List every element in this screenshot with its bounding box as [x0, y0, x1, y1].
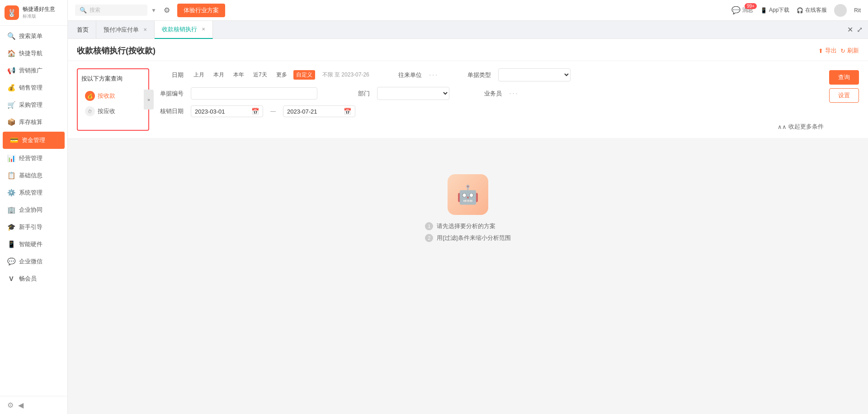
receivable-icon: ⏱	[85, 106, 95, 116]
dept-select[interactable]	[377, 87, 449, 100]
sidebar-item-quick-nav[interactable]: 🏠 快捷导航	[0, 45, 67, 62]
sidebar-item-member[interactable]: V 畅会员	[0, 270, 67, 287]
collapse-conditions-btn[interactable]: ∧∧ 收起更多条件	[156, 123, 824, 131]
query-btn[interactable]: 查询	[829, 70, 859, 85]
message-btn[interactable]: 💬 消息 99+	[731, 6, 753, 14]
sidebar-item-marketing[interactable]: 📢 营销推广	[0, 62, 67, 79]
logo-area: 🐰 畅捷通好生意 标准版	[0, 0, 67, 26]
filter-panel-title: 按以下方案查询	[81, 75, 145, 83]
main-content: 🔍 搜索 ▼ ⚙ 体验行业方案 💬 消息 99+ 📱 App下载 🎧 在线客服 …	[68, 0, 868, 414]
sidebar-item-inventory[interactable]: 📦 库存核算	[0, 114, 67, 131]
basic-icon: 📋	[7, 171, 15, 180]
sidebar-item-basic[interactable]: 📋 基础信息	[0, 167, 67, 184]
date-option-this-year[interactable]: 本年	[231, 70, 247, 80]
sidebar-item-enterprise[interactable]: 🏢 企业协同	[0, 201, 67, 219]
doc-no-label: 单据编号	[156, 90, 184, 98]
sidebar-item-business[interactable]: 📊 经营管理	[0, 150, 67, 167]
filter-panel-collapse-btn[interactable]: »	[144, 90, 154, 109]
industry-btn[interactable]: 体验行业方案	[177, 4, 225, 17]
expand-tab-icon[interactable]: ⤢	[857, 25, 863, 34]
message-badge: 99+	[745, 3, 757, 9]
sidebar-item-system[interactable]: ⚙️ 系统管理	[0, 184, 67, 201]
date-option-last-month[interactable]: 上月	[191, 70, 207, 80]
avatar[interactable]	[834, 4, 847, 17]
setting-btn[interactable]: 设置	[829, 88, 859, 103]
sidebar-footer: ⚙ ◀	[0, 396, 67, 414]
dept-label: 部门	[343, 90, 370, 98]
page-title: 收款核销执行(按收款)	[77, 45, 156, 56]
sidebar-item-search[interactable]: 🔍 搜索菜单	[0, 28, 67, 45]
search-icon: 🔍	[7, 32, 15, 40]
sidebar-item-purchase[interactable]: 🛒 采购管理	[0, 96, 67, 114]
header-gear-icon[interactable]: ⚙	[164, 6, 170, 14]
date-option-this-month[interactable]: 本月	[211, 70, 227, 80]
employee-input[interactable]: ···	[509, 89, 519, 98]
empty-tip-2: 2 用[过滤]条件来缩小分析范围	[425, 234, 510, 242]
chevron-up-icon: ∧∧	[778, 124, 787, 130]
tip-num-2: 2	[425, 234, 433, 242]
receipt-icon: 💰	[85, 91, 95, 101]
tab-bar: 首页 预付冲应付单 ✕ 收款核销执行 ✕ ✕ ⤢	[68, 21, 868, 39]
sidebar: 🐰 畅捷通好生意 标准版 🔍 搜索菜单 🏠 快捷导航 📢 营销推广 💰 销售管理…	[0, 0, 68, 414]
page-header: 收款核销执行(按收款) ⬆ 导出 ↻ 刷新	[68, 39, 868, 61]
export-btn[interactable]: ⬆ 导出	[818, 47, 837, 55]
purchase-icon: 🛒	[7, 101, 15, 109]
tab-close-prepay[interactable]: ✕	[143, 27, 147, 32]
hardware-icon: 📱	[7, 240, 15, 248]
home-icon: 🏠	[7, 49, 15, 57]
dropdown-arrow-icon[interactable]: ▼	[151, 7, 156, 14]
empty-tips: 1 请先选择要分析的方案 2 用[过滤]条件来缩小分析范围	[425, 222, 510, 242]
filter-option-by-receipt[interactable]: 💰 按收款	[81, 88, 145, 104]
filter-form: 日期 上月 本月 本年 近7天 更多 自定义 不限 至 2023-07-26 往…	[156, 68, 824, 131]
offset-date-label: 核销日期	[156, 107, 184, 115]
settings-icon[interactable]: ⚙	[7, 401, 14, 409]
date-option-last-7days[interactable]: 近7天	[250, 70, 270, 80]
finance-icon: 💳	[10, 136, 18, 144]
tab-close-receipt-offset[interactable]: ✕	[202, 27, 205, 32]
tip-num-1: 1	[425, 222, 433, 230]
header-search-box[interactable]: 🔍 搜索	[75, 5, 147, 16]
tab-prepay[interactable]: 预付冲应付单 ✕	[96, 21, 155, 39]
date-option-more[interactable]: 更多	[274, 70, 290, 80]
refresh-icon: ↻	[840, 48, 845, 54]
tab-home[interactable]: 首页	[70, 21, 96, 39]
close-tab-icon[interactable]: ✕	[847, 25, 853, 34]
export-icon: ⬆	[818, 48, 823, 54]
date-separator: —	[270, 108, 276, 114]
empty-illustration: 🤖	[448, 174, 488, 215]
refresh-btn[interactable]: ↻ 刷新	[840, 47, 859, 55]
header-left: 🔍 搜索 ▼ ⚙ 体验行业方案	[75, 4, 225, 17]
empty-state: 🤖 1 请先选择要分析的方案 2 用[过滤]条件来缩小分析范围	[68, 138, 868, 278]
member-icon: V	[7, 275, 15, 282]
online-service-btn[interactable]: 🎧 在线客服	[797, 6, 827, 14]
user-name: Rit	[854, 7, 861, 14]
calendar-start-icon[interactable]: 📅	[251, 108, 259, 115]
filter-area: 按以下方案查询 💰 按收款 ⏱ 按应收 » 日期	[68, 61, 868, 138]
date-option-custom[interactable]: 自定义	[293, 70, 315, 80]
sidebar-item-wechat[interactable]: 💬 企业微信	[0, 253, 67, 270]
calendar-end-icon[interactable]: 📅	[344, 108, 351, 115]
sales-icon: 💰	[7, 84, 15, 92]
header-right: 💬 消息 99+ 📱 App下载 🎧 在线客服 Rit	[731, 4, 861, 17]
sidebar-item-hardware[interactable]: 📱 智能硬件	[0, 236, 67, 253]
offset-date-start[interactable]: 2023-03-01 📅	[191, 105, 263, 117]
business-icon: 📊	[7, 154, 15, 162]
partner-input[interactable]: ···	[429, 70, 439, 80]
offset-date-end[interactable]: 2023-07-21 📅	[283, 105, 355, 117]
header-search-placeholder: 搜索	[90, 6, 100, 14]
doc-no-input[interactable]	[191, 87, 317, 100]
tab-receipt-offset[interactable]: 收款核销执行 ✕	[155, 21, 213, 39]
filter-row-1: 日期 上月 本月 本年 近7天 更多 自定义 不限 至 2023-07-26 往…	[156, 68, 824, 81]
filter-actions: 查询 设置	[829, 68, 859, 131]
sidebar-item-finance[interactable]: 💳 资金管理	[3, 132, 65, 149]
filter-option-by-receivable[interactable]: ⏱ 按应收	[81, 104, 145, 119]
date-label: 日期	[156, 71, 184, 79]
doc-type-select[interactable]	[498, 68, 571, 81]
sidebar-item-guide[interactable]: 🎓 新手引导	[0, 219, 67, 236]
collapse-sidebar-icon[interactable]: ◀	[18, 401, 24, 409]
app-download-btn[interactable]: 📱 App下载	[760, 6, 789, 14]
sidebar-nav: 🔍 搜索菜单 🏠 快捷导航 📢 营销推广 💰 销售管理 🛒 采购管理 📦 库存核…	[0, 26, 67, 396]
wechat-icon: 💬	[7, 257, 15, 266]
message-icon: 💬	[731, 6, 741, 14]
sidebar-item-sales[interactable]: 💰 销售管理	[0, 79, 67, 96]
